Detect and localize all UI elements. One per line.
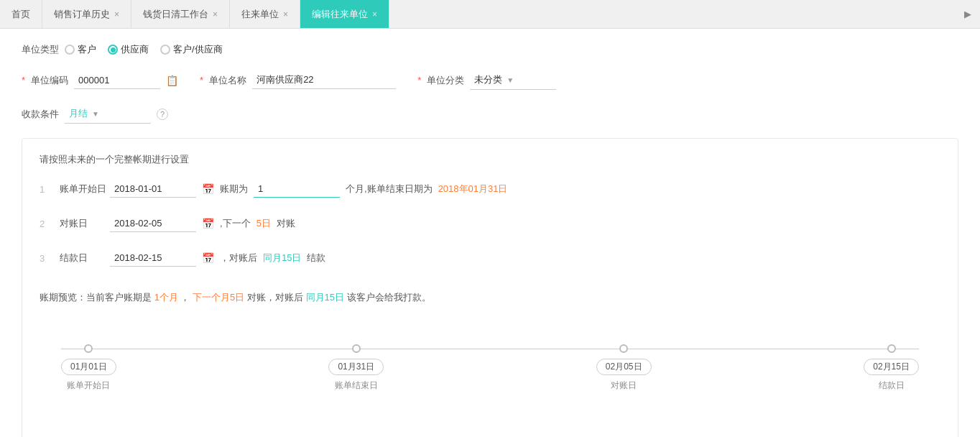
tab-cash-work-close[interactable]: × <box>213 9 218 19</box>
payment-label: 收款条件 <box>22 108 59 121</box>
row-3-suffix: 结款 <box>307 252 325 264</box>
radio-supplier-label: 供应商 <box>121 43 149 56</box>
preview-label: 账期预览：当前客户账期是 <box>40 292 152 303</box>
row-2-cal-icon[interactable]: 📅 <box>202 218 214 229</box>
timeline-node-end: 01月31日 账单结束日 <box>328 344 384 392</box>
row-2-date-input[interactable] <box>110 215 196 232</box>
radio-supplier-circle <box>108 45 118 55</box>
unit-class-label: 单位分类 <box>427 74 464 87</box>
tab-edit-partner[interactable]: 编辑往来单位 × <box>300 0 389 28</box>
row-3-date-input[interactable] <box>110 249 196 267</box>
payment-value: 月结 <box>69 107 88 120</box>
tab-partner-close[interactable]: × <box>283 9 288 19</box>
row-1-suffix-before: 账期为 <box>220 183 248 196</box>
row-2-prefix: ,下一个 <box>220 217 251 230</box>
preview-text: 账期预览：当前客户账期是 1个月 ， 下一个月5日 对账，对账后 同月15日 该… <box>40 284 940 318</box>
radio-customer-label: 客户 <box>78 43 96 56</box>
radio-supplier[interactable]: 供应商 <box>108 43 149 56</box>
row-2-highlight: 5日 <box>256 217 271 230</box>
unit-code-label: 单位编码 <box>31 74 68 87</box>
unit-class-star: * <box>417 75 421 86</box>
preview-part2: 下一个月5日 <box>193 292 244 303</box>
row-1-value: 📅 账期为 个月,账单结束日期为 2018年01月31日 <box>110 180 507 198</box>
row-2-label: 对账日 <box>60 217 110 230</box>
node-payment-badge: 02月15日 <box>864 359 919 375</box>
preview-part3: 同月15日 <box>306 292 344 303</box>
payment-help-icon[interactable]: ? <box>157 109 168 120</box>
tab-partner-label: 往来单位 <box>241 8 279 21</box>
node-end-label: 账单结束日 <box>335 380 378 392</box>
settings-row-3: 3 结款日 📅 ，对账后 同月15日 结款 <box>40 249 940 267</box>
radio-both-label: 客户/供应商 <box>173 43 223 56</box>
tab-partner[interactable]: 往来单位 × <box>230 0 300 28</box>
tab-home[interactable]: 首页 <box>0 0 42 28</box>
row-1-num: 1 <box>40 184 60 195</box>
timeline-node-payment: 02月15日 结款日 <box>864 344 919 392</box>
row-2-suffix: 对账 <box>277 217 295 230</box>
payment-chevron-icon: ▼ <box>92 110 99 118</box>
timeline: 01月01日 账单开始日 01月31日 账单结束日 <box>40 318 940 437</box>
node-end-circle <box>352 344 361 353</box>
main-content: 单位类型 客户 供应商 客户/供应商 * 单位编码 <box>0 29 980 437</box>
tab-cash-work[interactable]: 钱货日清工作台 × <box>131 0 230 28</box>
settings-title: 请按照未来的一个完整帐期进行设置 <box>40 153 940 166</box>
unit-type-radio-group: 客户 供应商 客户/供应商 <box>65 43 223 56</box>
payment-select[interactable]: 月结 ▼ <box>65 104 151 124</box>
tab-bar: 首页 销售订单历史 × 钱货日清工作台 × 往来单位 × 编辑往来单位 × ▶ <box>0 0 980 29</box>
payment-field: 收款条件 月结 ▼ ? <box>22 104 168 124</box>
timeline-nodes: 01月01日 账单开始日 01月31日 账单结束日 <box>61 344 919 392</box>
node-start-label: 账单开始日 <box>67 380 110 392</box>
settings-box: 请按照未来的一个完整帐期进行设置 1 账单开始日 📅 账期为 个月,账单结束日期… <box>22 138 958 437</box>
timeline-node-reconcile: 02月05日 对账日 <box>596 344 652 392</box>
row-3-cal-icon[interactable]: 📅 <box>202 252 214 264</box>
row-1-suffix-after: 个月,账单结束日期为 <box>346 183 433 196</box>
unit-name-star: * <box>200 75 203 86</box>
settings-row-2: 2 对账日 📅 ,下一个 5日 对账 <box>40 215 940 232</box>
unit-type-label: 单位类型 <box>22 43 59 56</box>
tab-sales-history-label: 销售订单历史 <box>54 8 110 21</box>
unit-class-field: * 单位分类 未分类 ▼ <box>417 70 556 90</box>
timeline-node-start: 01月01日 账单开始日 <box>61 344 116 392</box>
preview-part1: 1个月 <box>154 292 178 303</box>
tab-cash-work-label: 钱货日清工作台 <box>143 8 208 21</box>
unit-code-copy-icon[interactable]: 📋 <box>166 75 178 86</box>
row-1-end-date: 2018年01月31日 <box>438 183 508 196</box>
tab-home-label: 首页 <box>11 8 30 21</box>
radio-both[interactable]: 客户/供应商 <box>160 43 223 56</box>
node-reconcile-circle <box>619 344 628 353</box>
radio-customer[interactable]: 客户 <box>65 43 96 56</box>
tab-sales-history[interactable]: 销售订单历史 × <box>42 0 131 28</box>
unit-name-input[interactable] <box>252 72 396 89</box>
unit-class-value: 未分类 <box>474 73 502 86</box>
preview-sep1: ， <box>180 292 190 303</box>
node-reconcile-badge: 02月05日 <box>596 359 652 375</box>
unit-name-label: 单位名称 <box>209 74 246 87</box>
node-end-badge: 01月31日 <box>328 359 384 375</box>
row-3-num: 3 <box>40 253 60 264</box>
node-payment-circle <box>887 344 896 353</box>
row-3-highlight: 同月15日 <box>263 252 301 264</box>
tab-expand-button[interactable]: ▶ <box>956 0 980 28</box>
unit-info-row: * 单位编码 📋 * 单位名称 * 单位分类 未分类 ▼ <box>22 70 958 90</box>
node-start-circle <box>84 344 93 353</box>
unit-class-chevron-icon: ▼ <box>507 76 514 84</box>
unit-class-select[interactable]: 未分类 ▼ <box>470 70 556 90</box>
row-1-date-input[interactable] <box>110 180 196 198</box>
node-start-badge: 01月01日 <box>61 359 116 375</box>
tab-sales-history-close[interactable]: × <box>114 9 119 19</box>
row-3-value: 📅 ，对账后 同月15日 结款 <box>110 249 325 267</box>
payment-row: 收款条件 月结 ▼ ? <box>22 104 958 124</box>
row-3-prefix: ，对账后 <box>220 252 257 264</box>
row-2-num: 2 <box>40 218 60 229</box>
unit-name-field: * 单位名称 <box>200 72 396 89</box>
tab-edit-partner-label: 编辑往来单位 <box>312 8 368 21</box>
unit-code-field: * 单位编码 📋 <box>22 72 178 89</box>
node-payment-label: 结款日 <box>879 380 905 392</box>
unit-code-input[interactable] <box>74 72 160 89</box>
row-1-cal-icon[interactable]: 📅 <box>202 183 214 195</box>
unit-type-row: 单位类型 客户 供应商 客户/供应商 <box>22 43 958 56</box>
settings-row-1: 1 账单开始日 📅 账期为 个月,账单结束日期为 2018年01月31日 <box>40 180 940 198</box>
row-1-period-input[interactable] <box>254 180 340 198</box>
tab-edit-partner-close[interactable]: × <box>372 9 377 19</box>
preview-end: 该客户会给我打款。 <box>347 292 431 303</box>
